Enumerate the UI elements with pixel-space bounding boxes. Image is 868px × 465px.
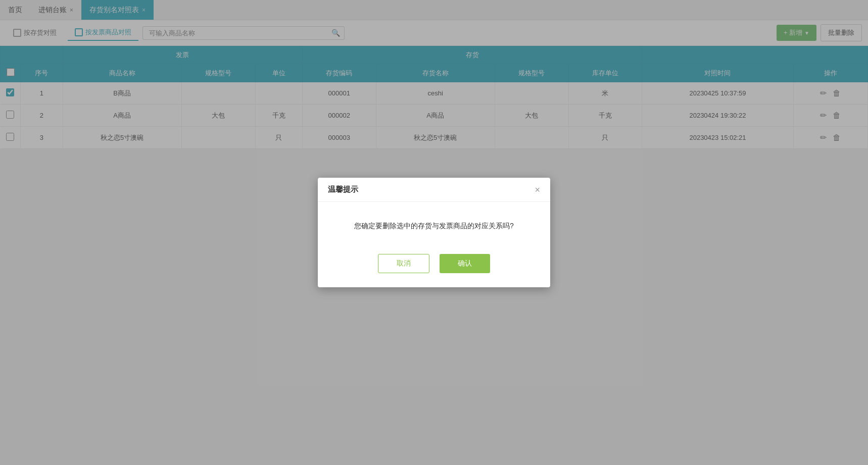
- dialog-overlay: 温馨提示 × 您确定要删除选中的存货与发票商品的对应关系吗? 取消 确认: [0, 0, 868, 149]
